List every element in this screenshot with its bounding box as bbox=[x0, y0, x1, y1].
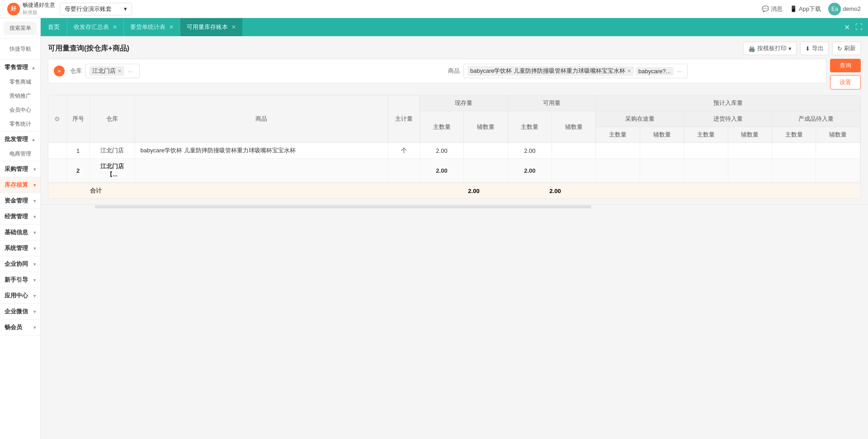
app-download-label: App下载 bbox=[799, 5, 821, 13]
export-btn[interactable]: ⬇ 导出 bbox=[800, 42, 829, 55]
bottom-scrollbar[interactable] bbox=[41, 204, 868, 208]
sidebar-section-header-basic[interactable]: 基础信息 ▾ bbox=[0, 225, 40, 240]
sidebar-section-label-wechat: 企业微信 bbox=[5, 307, 28, 316]
cell-stock-aux-2 bbox=[464, 159, 508, 183]
sidebar-section-header-system[interactable]: 系统管理 ▾ bbox=[0, 241, 40, 256]
tab-order-stats[interactable]: 要货单统计表 ✕ bbox=[123, 18, 180, 36]
sidebar-section-retail: 零售管理 ▲ 零售商城 营销推广 会员中心 零售统计 bbox=[0, 60, 40, 132]
cell-warehouse-2: 江北门店【... bbox=[90, 159, 135, 183]
sidebar-section-inventory: 库存核算 ▾ bbox=[0, 177, 40, 193]
cell-production-aux-1 bbox=[816, 143, 860, 159]
th-purchase-aux: 辅数量 bbox=[640, 127, 684, 143]
settings-btn[interactable]: 设置 bbox=[830, 75, 861, 90]
cell-row-no-2: 2 bbox=[66, 159, 90, 183]
cell-goods-2 bbox=[135, 159, 388, 183]
th-available: 可用量 bbox=[508, 95, 596, 111]
footer-avail-main: 2.00 bbox=[535, 188, 576, 194]
th-current-stock: 现存量 bbox=[420, 95, 508, 111]
goods-tag-2-text: babycare?... bbox=[638, 68, 671, 75]
print-btn[interactable]: 🖨️ 按模板打印 ▾ bbox=[743, 42, 797, 55]
tab-available-inventory[interactable]: 可用量库存账本 ✕ bbox=[180, 18, 242, 36]
cell-avail-aux-2 bbox=[552, 159, 596, 183]
refresh-btn[interactable]: ↻ 刷新 bbox=[832, 42, 861, 55]
industry-selector[interactable]: 母婴行业演示账套 ▾ bbox=[60, 3, 132, 15]
sidebar-section-label-collab: 企业协同 bbox=[5, 260, 28, 268]
table-scroll[interactable]: ⚙ 序号 仓库 商品 主计量 现存量 可用量 预计入库量 bbox=[48, 95, 860, 183]
chevron-down-icon-wholesale: ▲ bbox=[31, 137, 36, 142]
maximize-btn[interactable]: ⛶ bbox=[854, 21, 864, 33]
warehouse-tag-close[interactable]: ✕ bbox=[118, 68, 122, 74]
logo-text-area: 畅捷通好生意 标准版 bbox=[23, 2, 55, 16]
tab-close-available-inventory[interactable]: ✕ bbox=[231, 24, 236, 30]
sidebar-section-header-wechat[interactable]: 企业微信 ▾ bbox=[0, 304, 40, 319]
sidebar-section-header-inventory[interactable]: 库存核算 ▾ bbox=[0, 177, 40, 193]
warehouse-input[interactable]: 江北门店 ✕ ··· bbox=[85, 64, 140, 78]
search-menu-button[interactable]: 搜索菜单 bbox=[4, 22, 37, 35]
tab-home[interactable]: 首页 bbox=[41, 18, 67, 36]
cell-production-main-2 bbox=[772, 159, 816, 183]
warehouse-more-btn[interactable]: ··· bbox=[126, 68, 135, 75]
sidebar-section-header-wholesale[interactable]: 批发管理 ▲ bbox=[0, 132, 40, 147]
sidebar-item-ecommerce[interactable]: 电商管理 bbox=[0, 147, 40, 161]
query-btn[interactable]: 查询 bbox=[830, 59, 861, 72]
message-btn[interactable]: 💬 消息 bbox=[762, 5, 783, 13]
sidebar-item-retail-stats[interactable]: 零售统计 bbox=[0, 117, 40, 131]
cell-avail-aux-1 bbox=[552, 143, 596, 159]
cell-stock-main-1: 2.00 bbox=[420, 143, 463, 159]
goods-more-btn[interactable]: ··· bbox=[675, 68, 684, 75]
tab-bar-actions: ✕ ⛶ bbox=[842, 21, 868, 33]
cell-goods-1: babycare学饮杯 儿童防摔防撞吸管杯重力球吸嘴杯宝宝水杯 bbox=[135, 143, 388, 159]
sidebar-section-label-inventory: 库存核算 bbox=[5, 181, 28, 189]
cell-purchase-aux-2 bbox=[640, 159, 684, 183]
sidebar-search-area: 搜索菜单 bbox=[0, 18, 40, 39]
filter-action-btns: 查询 设置 bbox=[830, 59, 861, 90]
sidebar-section-header-purchase[interactable]: 采购管理 ▾ bbox=[0, 161, 40, 177]
sidebar-section-header-finance[interactable]: 资金管理 ▾ bbox=[0, 193, 40, 208]
goods-tag-1-text: babycare学饮杯 儿童防摔防撞吸管杯重力球吸嘴杯宝宝水杯 bbox=[470, 67, 625, 75]
message-label: 消息 bbox=[771, 5, 783, 13]
sidebar-section-label-finance: 资金管理 bbox=[5, 197, 28, 205]
sidebar-section-header-appcenter[interactable]: 应用中心 ▾ bbox=[0, 288, 40, 303]
goods-tag-1-close[interactable]: ✕ bbox=[627, 68, 631, 74]
tab-receive-summary[interactable]: 收发存汇总表 ✕ bbox=[67, 18, 123, 36]
th-settings[interactable]: ⚙ bbox=[48, 95, 66, 143]
table-row: 2 江北门店【... 2.00 2.00 bbox=[48, 159, 860, 183]
warehouse-tag: 江北门店 ✕ bbox=[90, 66, 124, 76]
tab-close-order-stats[interactable]: ✕ bbox=[169, 24, 174, 30]
sidebar-section-header-collab[interactable]: 企业协同 ▾ bbox=[0, 256, 40, 272]
filter-group-warehouse: 仓库 江北门店 ✕ ··· bbox=[70, 64, 443, 78]
sidebar-section-header-members[interactable]: 畅会员 ▾ bbox=[0, 320, 40, 335]
goods-input[interactable]: babycare学饮杯 儿童防摔防撞吸管杯重力球吸嘴杯宝宝水杯 ✕ babyca… bbox=[463, 64, 688, 78]
sidebar-item-member[interactable]: 会员中心 bbox=[0, 103, 40, 117]
close-all-tabs-btn[interactable]: ✕ bbox=[842, 21, 852, 33]
sidebar-item-retail-mall[interactable]: 零售商城 bbox=[0, 75, 40, 89]
th-stock-main: 主数量 bbox=[420, 111, 463, 143]
sidebar-section-header-operation[interactable]: 经营管理 ▾ bbox=[0, 209, 40, 224]
sidebar-section-label-guide: 新手引导 bbox=[5, 276, 28, 284]
tab-label-receive-summary: 收发存汇总表 bbox=[74, 23, 109, 31]
sidebar-section-header-retail[interactable]: 零售管理 ▲ bbox=[0, 60, 40, 75]
sidebar-section-header-guide[interactable]: 新手引导 ▾ bbox=[0, 272, 40, 288]
sidebar-section-label-operation: 经营管理 bbox=[5, 212, 28, 221]
chevron-down-icon-basic: ▾ bbox=[33, 230, 36, 235]
user-menu[interactable]: Ea demo2 bbox=[828, 3, 861, 15]
print-label: 按模板打印 bbox=[757, 44, 787, 52]
sidebar-section-finance: 资金管理 ▾ bbox=[0, 193, 40, 209]
chevron-down-icon-appcenter: ▾ bbox=[33, 293, 36, 298]
sidebar-item-marketing[interactable]: 营销推广 bbox=[0, 89, 40, 103]
th-avail-aux: 辅数量 bbox=[552, 111, 596, 143]
main-layout: 搜索菜单 快捷导航 零售管理 ▲ 零售商城 营销推广 会员中心 零售统计 批发管… bbox=[0, 18, 868, 439]
sidebar-item-quick-nav[interactable]: 快捷导航 bbox=[0, 42, 40, 56]
chevron-down-icon-system: ▾ bbox=[33, 246, 36, 251]
data-table: ⚙ 序号 仓库 商品 主计量 现存量 可用量 预计入库量 bbox=[48, 95, 860, 183]
table-row: 1 江北门店 babycare学饮杯 儿童防摔防撞吸管杯重力球吸嘴杯宝宝水杯 个… bbox=[48, 143, 860, 159]
cell-warehouse-1: 江北门店 bbox=[90, 143, 135, 159]
app-download-btn[interactable]: 📱 App下载 bbox=[790, 5, 821, 13]
cell-unit-1: 个 bbox=[388, 143, 420, 159]
filter-area: » 仓库 江北门店 ✕ ··· 商品 bbox=[48, 59, 826, 83]
cell-avail-main-1: 2.00 bbox=[508, 143, 552, 159]
settings-icon[interactable]: ⚙ bbox=[54, 115, 60, 123]
filter-expand-btn[interactable]: » bbox=[54, 66, 65, 76]
sidebar-section-label-purchase: 采购管理 bbox=[5, 165, 28, 173]
tab-close-receive-summary[interactable]: ✕ bbox=[113, 24, 117, 30]
